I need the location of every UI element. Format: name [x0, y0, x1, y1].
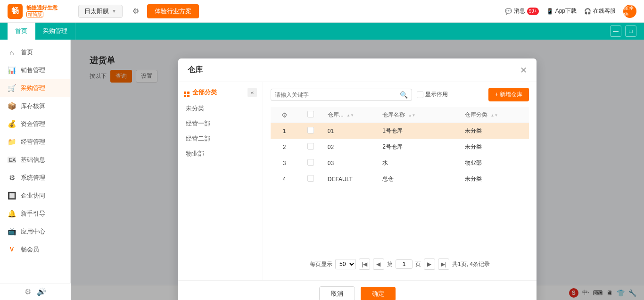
table-row[interactable]: 3 03 水 物业部: [271, 155, 529, 171]
logo-area: 畅 畅捷通好生意 精简版: [8, 4, 78, 19]
row-checkbox[interactable]: [307, 127, 314, 133]
trial-button[interactable]: 体验行业方案: [147, 4, 199, 18]
tree-panel: 全部分类 « 未分类 经营一部 经营二部 物业部: [178, 82, 263, 280]
page-number-input[interactable]: [396, 259, 413, 269]
guide-icon: 🔔: [8, 209, 16, 218]
member-icon: V: [8, 246, 16, 253]
sidebar-item-finance[interactable]: 💰 资金管理: [0, 115, 70, 133]
row-name: 总仓: [378, 171, 460, 187]
select-all-checkbox[interactable]: [307, 111, 314, 117]
modal-title: 仓库: [188, 65, 203, 75]
sidebar-item-enterprise[interactable]: 🔲 企业协同: [0, 187, 70, 205]
nav-tab-purchase[interactable]: 采购管理: [35, 23, 75, 40]
tree-item-business2[interactable]: 经营二部: [178, 131, 263, 146]
th-category: 仓库分类 ▲▼: [460, 107, 529, 123]
tree-item-business1[interactable]: 经营一部: [178, 116, 263, 131]
volume-icon[interactable]: 🔊: [37, 287, 46, 296]
settings-bottom-icon[interactable]: ⚙: [25, 287, 31, 296]
last-page-button[interactable]: ▶|: [438, 258, 449, 270]
sidebar-item-basic-info[interactable]: EA 基础信息: [0, 151, 70, 169]
row-name: 2号仓库: [378, 139, 460, 155]
logo-text: 畅捷通好生意 精简版: [26, 4, 58, 18]
sidebar-item-system[interactable]: ⚙ 系统管理: [0, 169, 70, 187]
row-code: DEFAULT: [323, 171, 378, 187]
content-panel: 🔍 显示停用 + 新增仓库: [263, 82, 537, 280]
modal-close-button[interactable]: ✕: [520, 66, 527, 75]
row-name: 1号仓库: [378, 123, 460, 139]
tree-item-property[interactable]: 物业部: [178, 146, 263, 161]
th-gear: ⚙: [271, 107, 298, 123]
row-index: 2: [271, 139, 298, 155]
show-disabled-label[interactable]: 显示停用: [417, 91, 448, 99]
row-index: 3: [271, 155, 298, 171]
gear-settings-icon[interactable]: ⚙: [281, 111, 288, 119]
confirm-button[interactable]: 确定: [361, 287, 396, 300]
cancel-button[interactable]: 取消: [319, 286, 355, 300]
sidebar-bottom: ⚙ 🔊: [0, 283, 71, 300]
table-row[interactable]: 1 01 1号仓库 未分类: [271, 123, 529, 139]
tree-item-unclassified[interactable]: 未分类: [178, 101, 263, 116]
settings-icon[interactable]: ⚙: [128, 4, 143, 19]
business-icon: 📁: [8, 138, 16, 146]
prev-page-button[interactable]: ◀: [373, 258, 384, 270]
enterprise-icon: 🔲: [8, 192, 16, 200]
sort-arrows-name: ▲▼: [408, 114, 416, 117]
table-header-row: ⚙ 仓库... ▲▼: [271, 107, 529, 123]
sidebar-item-purchase[interactable]: 🛒 采购管理: [0, 79, 70, 97]
add-warehouse-button[interactable]: + 新增仓库: [488, 88, 529, 101]
logo-badge: 精简版: [26, 11, 43, 17]
show-disabled-checkbox[interactable]: [417, 92, 423, 98]
row-category: 未分类: [460, 123, 529, 139]
row-category: 物业部: [460, 155, 529, 171]
headset-icon: 🎧: [584, 8, 591, 15]
sort-arrows-category: ▲▼: [491, 114, 498, 117]
sidebar-item-inventory[interactable]: 📦 库存核算: [0, 97, 70, 115]
pagination: 每页显示 50 |◀ ◀ 第 页 ▶ ▶| 共1页, 4条记录: [271, 254, 529, 275]
row-checkbox[interactable]: [307, 159, 314, 166]
app-download-item[interactable]: 📱 App下载: [546, 7, 577, 15]
sidebar-item-business[interactable]: 📁 经营管理: [0, 133, 70, 151]
store-selector[interactable]: 日太阳膜 ▼: [78, 5, 123, 18]
sidebar-item-app-center[interactable]: 📺 应用中心: [0, 223, 70, 241]
per-page-select[interactable]: 50: [335, 259, 356, 269]
tree-all-categories[interactable]: 全部分类: [184, 88, 217, 97]
table-row[interactable]: 4 DEFAULT 总仓 未分类: [271, 171, 529, 187]
maximize-button[interactable]: □: [625, 25, 636, 37]
sidebar-item-member[interactable]: V 畅会员: [0, 241, 70, 258]
basic-info-icon: EA: [8, 157, 16, 163]
message-icon-item[interactable]: 💬 消息 99+: [505, 7, 539, 15]
search-input[interactable]: [275, 92, 400, 98]
table-row[interactable]: 2 02 2号仓库 未分类: [271, 139, 529, 155]
row-category: 未分类: [460, 139, 529, 155]
main-layout: ⌂ 首页 📊 销售管理 🛒 采购管理 📦 库存核算 💰 资金管理 📁 经营管理 …: [0, 40, 644, 300]
next-page-button[interactable]: ▶: [424, 258, 435, 270]
online-service-item[interactable]: 🎧 在线客服: [584, 7, 616, 15]
row-checkbox[interactable]: [307, 175, 314, 182]
logo-icon: 畅: [8, 4, 23, 19]
sidebar-item-sales[interactable]: 📊 销售管理: [0, 61, 70, 79]
row-checkbox[interactable]: [307, 143, 314, 150]
first-page-button[interactable]: |◀: [359, 258, 370, 270]
minimize-button[interactable]: —: [610, 25, 621, 37]
inventory-icon: 📦: [8, 102, 16, 110]
sidebar: ⌂ 首页 📊 销售管理 🛒 采购管理 📦 库存核算 💰 资金管理 📁 经营管理 …: [0, 40, 71, 300]
tree-panel-header: 全部分类 «: [178, 88, 263, 101]
row-category: 未分类: [460, 171, 529, 187]
nav-window-controls: — □: [610, 25, 636, 37]
tree-collapse-button[interactable]: «: [248, 88, 257, 97]
modal-body: 全部分类 « 未分类 经营一部 经营二部 物业部: [178, 82, 537, 280]
th-code: 仓库... ▲▼: [323, 107, 378, 123]
avatar: 徐泽华: [623, 5, 636, 18]
modal-header: 仓库 ✕: [178, 58, 537, 82]
sidebar-item-guide[interactable]: 🔔 新手引导: [0, 205, 70, 223]
grid-icon: [184, 88, 190, 97]
nav-tab-home[interactable]: 首页: [8, 23, 35, 40]
table-body: 1 01 1号仓库 未分类 2: [271, 123, 529, 187]
user-avatar-item[interactable]: 徐泽华: [623, 5, 636, 18]
main-content: 进货单 按以下 查询 设置 仓库 ✕: [71, 40, 644, 300]
th-name: 仓库名称 ▲▼: [378, 107, 460, 123]
message-icon: 💬: [505, 8, 512, 15]
sidebar-item-home[interactable]: ⌂ 首页: [0, 43, 70, 61]
purchase-icon: 🛒: [8, 84, 16, 92]
total-records: 共1页, 4条记录: [452, 260, 490, 268]
